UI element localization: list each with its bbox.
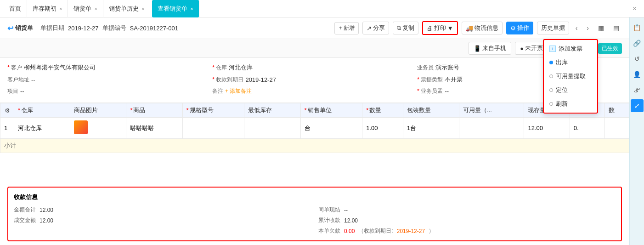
th-settings[interactable]: ⚙ <box>0 103 14 118</box>
deal-label: 成交金额 <box>14 217 36 224</box>
subtotal-label: 小计 <box>0 139 629 153</box>
prev-btn[interactable]: ‹ <box>573 23 581 34</box>
operate-btn[interactable]: ⚙ 操作 <box>506 22 533 34</box>
grid1-btn[interactable]: ▦ <box>595 23 607 34</box>
grid2-btn[interactable]: ▤ <box>610 23 622 34</box>
deal-value: 12.00 <box>40 217 53 224</box>
tab-sales-history[interactable]: 销货单历史 × <box>103 0 150 17</box>
address-field: 客户地址 -- <box>7 76 212 84</box>
same-order-field: 同单现结 -- <box>318 206 616 214</box>
th-available: 可用量（... <box>459 103 524 118</box>
tab-inventory-close[interactable]: × <box>59 6 62 11</box>
tab-history-close[interactable]: × <box>141 6 144 11</box>
qty-extract-label: 可用量提取 <box>556 72 586 80</box>
logistics-icon: 🚚 <box>466 25 473 32</box>
dropdown-add-invoice[interactable]: + 添加发票 <box>544 42 597 56</box>
copy-btn[interactable]: ⧉ 复制 <box>393 22 418 34</box>
add-invoice-icon: + <box>549 46 556 52</box>
products-table: ⚙ *仓库 商品图片 *商品 *规格型号 最低库存 *销售单位 *数量 包装数量… <box>0 103 629 153</box>
th-pack-qty: 包装数量 <box>403 103 459 118</box>
doc-type-icon: ↩ <box>7 24 13 33</box>
form-row-2: 客户地址 -- * 收款到期日 2019-12-27 * 票据类型 不开票 <box>7 75 622 84</box>
right-sidebar: 📋 🔗 ↺ 👤 🖇 ⤢ <box>629 17 644 245</box>
outbound-dot <box>549 61 553 64</box>
project-value: -- <box>20 88 24 95</box>
note-field: 备注 添加备注 <box>212 87 417 95</box>
deal-field: 成交金额 12.00 <box>14 217 311 224</box>
tab-home[interactable]: 首页 <box>4 0 27 17</box>
product-image <box>74 120 88 134</box>
sidebar-icon-user[interactable]: 👤 <box>631 68 644 81</box>
effect-badge: 已生效 <box>598 43 622 54</box>
sidebar-icon-doc[interactable]: 📋 <box>631 21 644 34</box>
logistics-btn[interactable]: 🚚 物流信息 <box>462 22 503 34</box>
no-label: 单据编号 <box>102 24 126 32</box>
customer-field: * 客户 柳州粤港平安气体有限公司 <box>7 63 212 72</box>
th-unit: *销售单位 <box>300 103 362 118</box>
tab-view-sales[interactable]: 查看销货单 × <box>152 0 199 17</box>
duedate-label: * 收款到期日 <box>212 76 243 84</box>
next-btn[interactable]: › <box>584 23 592 34</box>
new-btn[interactable]: + 新增 <box>334 22 358 34</box>
th-img: 商品图片 <box>70 103 126 118</box>
tab-view-close[interactable]: × <box>190 6 193 11</box>
tab-sales-order[interactable]: 销货单 × <box>68 0 103 17</box>
row-spec <box>182 118 244 139</box>
operate-dropdown: + 添加发票 出库 可用量提取 定位 刷新 <box>543 39 598 114</box>
unopen-icon: ● <box>520 45 524 52</box>
phone-btn[interactable]: 📱 来自手机 <box>469 42 511 55</box>
dropdown-qty-extract[interactable]: 可用量提取 <box>544 69 597 83</box>
sidebar-icon-link[interactable]: 🔗 <box>631 37 644 50</box>
payment-title: 收款信息 <box>14 193 616 201</box>
row-no: 1 <box>0 118 14 139</box>
form-section: * 客户 柳州粤港平安气体有限公司 * 仓库 河北仓库 业务员 演示账号 客户地… <box>0 58 629 103</box>
row-available <box>459 118 524 139</box>
tab-inventory-open[interactable]: 库存期初 × <box>27 0 68 17</box>
operate-icon: ⚙ <box>510 25 516 32</box>
dropdown-outbound[interactable]: 出库 <box>544 56 597 69</box>
th-warehouse: *仓库 <box>14 103 70 118</box>
sidebar-icon-expand[interactable]: ⤢ <box>631 99 644 112</box>
date-value: 2019-12-27 <box>68 25 99 32</box>
row-img <box>70 118 126 139</box>
owe-note-end: ） <box>429 227 434 235</box>
amount-field: 金额合计 12.00 <box>14 206 311 214</box>
dropdown-refresh[interactable]: 刷新 <box>544 97 597 111</box>
no-value: SA-20191227-001 <box>130 25 179 32</box>
ticket-label: * 票据类型 <box>417 76 443 84</box>
payment-grid: 金额合计 12.00 同单现结 -- 成交金额 12.00 累计收款 12.00 <box>14 206 616 235</box>
payment-panel: 收款信息 金额合计 12.00 同单现结 -- 成交金额 12.00 累计收款 … <box>7 187 622 241</box>
print-icon: 🖨 <box>427 25 433 32</box>
th-spec: *规格型号 <box>182 103 244 118</box>
owe-note: （收款到期日: <box>358 227 393 235</box>
window-close-btn[interactable]: × <box>629 5 640 13</box>
tab-home-label: 首页 <box>9 5 21 13</box>
row-warehouse: 河北仓库 <box>14 118 70 139</box>
tab-sales-close[interactable]: × <box>94 6 97 11</box>
phone-icon: 📱 <box>474 45 481 52</box>
note-label: 备注 <box>212 87 223 95</box>
customer-value: 柳州粤港平安气体有限公司 <box>24 63 96 72</box>
doc-header: ↩ 销货单 单据日期 2019-12-27 单据编号 SA-20191227-0… <box>0 17 629 39</box>
locate-label: 定位 <box>556 86 568 94</box>
print-btn[interactable]: 🖨 打印 ▼ <box>422 21 458 35</box>
cumulative-value: 12.00 <box>344 217 358 224</box>
owe-field: 本单欠款 0.00 （收款到期日: 2019-12-27 ） <box>318 227 616 235</box>
same-order-label: 同单现结 <box>318 206 340 214</box>
share-btn[interactable]: ↗ 分享 <box>362 22 389 34</box>
tab-history-label: 销货单历史 <box>109 5 139 13</box>
sidebar-icon-refresh[interactable]: ↺ <box>631 52 644 65</box>
row-price: 0. <box>570 118 604 139</box>
add-note-btn[interactable]: 添加备注 <box>225 87 252 95</box>
doc-actions: + 新增 ↗ 分享 ⧉ 复制 🖨 打印 ▼ 🚚 物流信息 <box>334 21 622 35</box>
sidebar-icon-attach[interactable]: 🖇 <box>631 84 644 97</box>
history-btn[interactable]: 历史单据 <box>537 22 569 34</box>
project-field: 项目 -- <box>7 87 212 95</box>
row-unit: 台 <box>300 118 362 139</box>
dropdown-locate[interactable]: 定位 <box>544 83 597 97</box>
copy-icon: ⧉ <box>397 24 401 32</box>
table-row: 1 河北仓库 嗒嗒嗒嗒 台 1.00 1台 12.00 0. <box>0 118 629 139</box>
th-amount: 数 <box>604 103 629 118</box>
table-container: ⚙ *仓库 商品图片 *商品 *规格型号 最低库存 *销售单位 *数量 包装数量… <box>0 103 629 183</box>
row-product: 嗒嗒嗒嗒 <box>126 118 182 139</box>
